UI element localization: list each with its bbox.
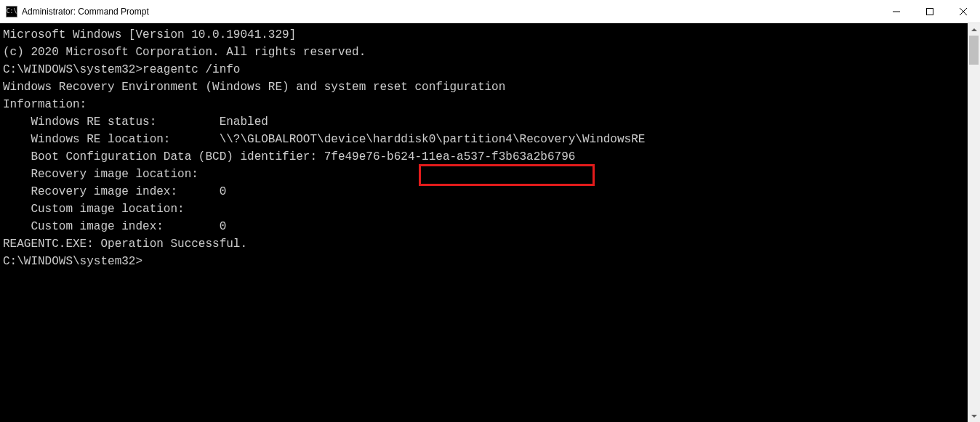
info-line: Boot Configuration Data (BCD) identifier… [3, 148, 965, 166]
info-line: Recovery image location: [3, 166, 965, 183]
scroll-down-button[interactable] [968, 410, 980, 422]
window-titlebar: C:\ Administrator: Command Prompt [0, 0, 980, 23]
cmd-icon: C:\ [6, 6, 17, 17]
svg-marker-5 [971, 415, 977, 418]
output-line: Microsoft Windows [Version 10.0.19041.32… [3, 26, 965, 44]
output-line: Information: [3, 96, 965, 113]
chevron-down-icon [971, 415, 977, 418]
info-line: Custom image location: [3, 200, 965, 218]
terminal-wrapper: Microsoft Windows [Version 10.0.19041.32… [0, 23, 980, 422]
svg-marker-4 [971, 28, 977, 31]
svg-rect-1 [927, 8, 933, 15]
window-controls [880, 0, 980, 23]
maximize-icon [926, 8, 933, 15]
chevron-up-icon [971, 28, 977, 31]
minimize-button[interactable] [880, 0, 913, 23]
maximize-button[interactable] [913, 0, 947, 23]
info-suffix: \Recovery\WindowsRE [513, 133, 645, 146]
output-line: Windows Recovery Environment (Windows RE… [3, 78, 965, 96]
scroll-thumb[interactable] [969, 36, 979, 65]
info-line: Windows RE status: Enabled [3, 113, 965, 131]
highlighted-path: harddisk0\partition4 [373, 133, 513, 146]
close-button[interactable] [947, 0, 980, 23]
prompt-line: C:\WINDOWS\system32>reagentc /info [3, 61, 965, 78]
cmd-icon-label: C:\ [7, 8, 17, 15]
vertical-scrollbar[interactable] [968, 23, 980, 422]
terminal-output[interactable]: Microsoft Windows [Version 10.0.19041.32… [0, 23, 968, 422]
output-line: (c) 2020 Microsoft Corporation. All righ… [3, 44, 965, 61]
result-line: REAGENTC.EXE: Operation Successful. [3, 235, 965, 253]
info-prefix: Windows RE location: \\?\GLOBALROOT\devi… [3, 133, 373, 146]
close-icon [960, 8, 967, 15]
info-line: Windows RE location: \\?\GLOBALROOT\devi… [3, 131, 965, 148]
prompt-line: C:\WINDOWS\system32> [3, 253, 965, 270]
minimize-icon [893, 8, 900, 15]
scroll-up-button[interactable] [968, 23, 980, 36]
scroll-track[interactable] [968, 36, 980, 410]
info-line: Recovery image index: 0 [3, 183, 965, 200]
window-title: Administrator: Command Prompt [22, 7, 880, 17]
info-line: Custom image index: 0 [3, 218, 965, 235]
